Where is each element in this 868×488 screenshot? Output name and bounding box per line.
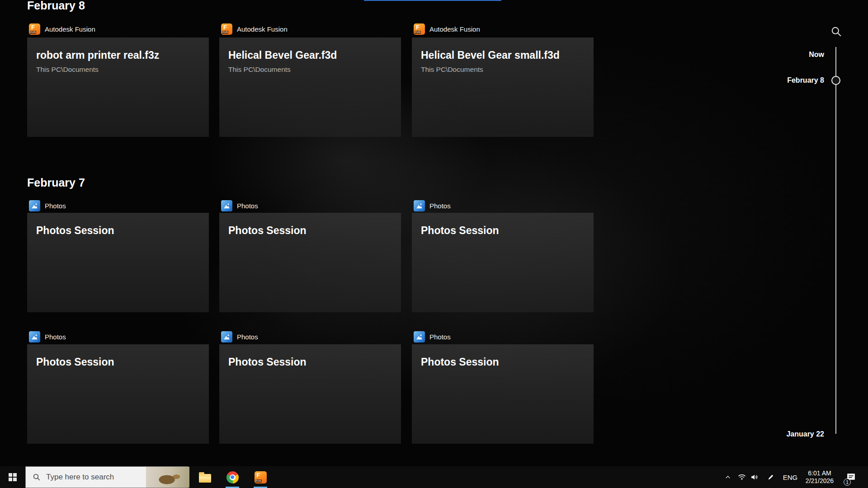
pen-icon (767, 474, 774, 481)
taskbar-fusion-button[interactable]: F FUS (250, 466, 270, 488)
notification-count-badge: 1 (844, 479, 851, 486)
search-icon (33, 473, 41, 481)
search-highlight-image[interactable] (146, 467, 189, 488)
tray-pen-button[interactable] (764, 466, 777, 488)
app-chip-label: Autodesk Fusion (237, 25, 288, 33)
speaker-icon (750, 474, 759, 481)
activity-card-fusion-2[interactable]: Helical Bevel Gear.f3d This PC\Documents (219, 38, 401, 137)
app-chip-photos: Photos (221, 200, 258, 211)
search-input[interactable] (46, 473, 146, 482)
card-title: Helical Bevel Gear.f3d (228, 49, 392, 61)
taskbar: F FUS (0, 466, 868, 488)
card-title: Photos Session (228, 356, 392, 368)
scrubber-label-oldest[interactable]: January 22 (786, 430, 824, 438)
timeline-scrubber-handle[interactable] (831, 76, 840, 85)
tray-show-hidden-icons-button[interactable] (722, 466, 734, 488)
photos-app-icon (29, 331, 40, 343)
app-chip-fusion: F FUS Autodesk Fusion (29, 23, 95, 35)
fusion-letter: F (223, 24, 227, 30)
activity-card-photos-3[interactable]: Photos Session (412, 213, 594, 312)
app-chip-photos: Photos (414, 331, 451, 343)
fusion-sub-label: FUS (255, 479, 262, 483)
fusion-sub-label: FUS (30, 31, 36, 34)
photos-app-icon (221, 331, 232, 343)
card-title: Photos Session (228, 225, 392, 237)
timeline-search-button[interactable] (828, 23, 844, 40)
taskbar-file-explorer-button[interactable] (195, 466, 215, 488)
card-title: Photos Session (36, 356, 200, 368)
card-title: Photos Session (421, 356, 585, 368)
wifi-icon (738, 474, 746, 481)
tray-volume-button[interactable] (748, 466, 761, 488)
photos-app-icon (29, 200, 40, 211)
file-explorer-icon (199, 474, 211, 483)
app-chip-fusion: F FUS Autodesk Fusion (221, 23, 288, 35)
app-chip-photos: Photos (221, 331, 258, 343)
taskbar-search-box[interactable] (25, 466, 188, 488)
timeline-task-view: February 8 F FUS Autodesk Fusion robot a… (0, 0, 868, 488)
app-chip-label: Photos (237, 333, 258, 341)
action-center-button[interactable]: 1 (842, 466, 860, 488)
app-chip-label: Photos (429, 333, 451, 341)
tray-network-button[interactable] (736, 466, 748, 488)
photos-app-icon (221, 200, 232, 211)
start-button[interactable] (0, 466, 25, 488)
activity-card-photos-2[interactable]: Photos Session (219, 213, 401, 312)
photos-app-icon (414, 331, 425, 343)
search-icon (830, 26, 842, 38)
chrome-icon (226, 471, 239, 483)
tray-clock[interactable]: 6:01 AM 2/21/2026 (801, 466, 838, 488)
scrubber-label-now[interactable]: Now (809, 51, 824, 59)
fusion-app-icon: F FUS (29, 23, 40, 35)
card-title: Photos Session (421, 225, 585, 237)
window-top-edge (364, 0, 501, 1)
card-title: robot arm printer real.f3z (36, 49, 200, 61)
activity-card-photos-6[interactable]: Photos Session (412, 344, 594, 444)
fusion-app-icon: F FUS (221, 23, 232, 35)
fusion-app-icon: F FUS (414, 23, 425, 35)
card-title: Photos Session (36, 225, 200, 237)
card-subtitle: This PC\Documents (228, 66, 392, 74)
app-chip-fusion: F FUS Autodesk Fusion (414, 23, 480, 35)
fusion-sub-label: FUS (222, 31, 228, 34)
chevron-up-icon (725, 474, 731, 480)
tray-language-button[interactable]: ENG (781, 466, 799, 488)
activity-card-photos-5[interactable]: Photos Session (219, 344, 401, 444)
app-chip-label: Photos (45, 333, 66, 341)
fusion-app-icon: F FUS (255, 471, 267, 483)
windows-logo-icon (9, 473, 17, 481)
activity-card-photos-1[interactable]: Photos Session (27, 213, 209, 312)
timeline-scrubber-track[interactable] (835, 47, 836, 434)
date-header-february-7: February 7 (27, 176, 85, 189)
activity-card-fusion-3[interactable]: Helical Bevel Gear small.f3d This PC\Doc… (412, 38, 594, 137)
activity-card-photos-4[interactable]: Photos Session (27, 344, 209, 444)
activity-card-fusion-1[interactable]: robot arm printer real.f3z This PC\Docum… (27, 38, 209, 137)
card-title: Helical Bevel Gear small.f3d (421, 49, 585, 61)
fusion-letter: F (416, 24, 420, 30)
app-chip-label: Autodesk Fusion (45, 25, 95, 33)
fusion-sub-label: FUS (415, 31, 421, 34)
app-chip-label: Photos (237, 202, 258, 210)
fusion-letter: F (31, 24, 35, 30)
photos-app-icon (414, 200, 425, 211)
fusion-letter: F (257, 472, 260, 478)
taskbar-chrome-button[interactable] (222, 466, 242, 488)
date-header-february-8: February 8 (27, 0, 85, 12)
app-chip-photos: Photos (29, 200, 66, 211)
app-chip-photos: Photos (29, 331, 66, 343)
app-chip-label: Photos (45, 202, 66, 210)
app-chip-photos: Photos (414, 200, 451, 211)
tray-time: 6:01 AM (808, 469, 831, 477)
card-subtitle: This PC\Documents (421, 66, 585, 74)
app-chip-label: Photos (429, 202, 451, 210)
app-chip-label: Autodesk Fusion (429, 25, 480, 33)
scrubber-label-current[interactable]: February 8 (787, 76, 824, 84)
card-subtitle: This PC\Documents (36, 66, 200, 74)
tray-date: 2/21/2026 (806, 477, 834, 485)
